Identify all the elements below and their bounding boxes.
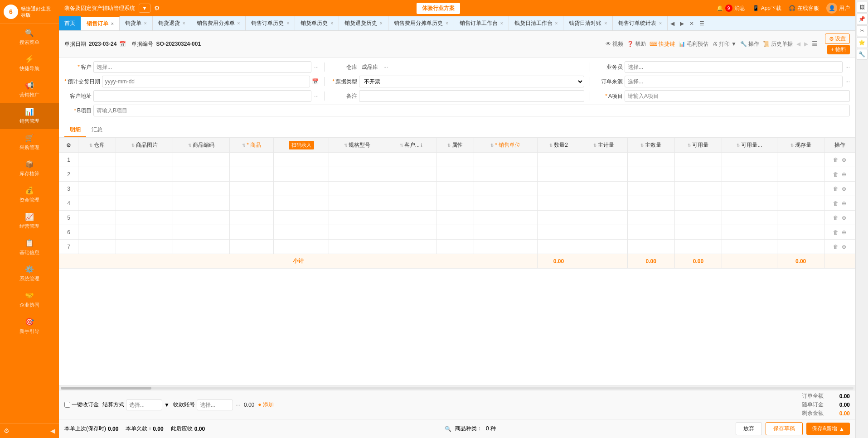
row-warehouse[interactable] (78, 225, 116, 240)
row-qty2[interactable] (537, 167, 580, 182)
save-draft-button[interactable]: 保存草稿 (766, 422, 803, 435)
right-panel-icon-1[interactable]: 🖼 (857, 2, 868, 13)
sidebar-item-资金管理[interactable]: 💰资金管理 (0, 182, 59, 208)
row-customer-code[interactable] (386, 153, 436, 167)
customer-more-icon[interactable]: ··· (314, 64, 319, 70)
row-spec[interactable] (329, 211, 386, 225)
tab-close-icon[interactable]: × (659, 21, 662, 26)
row-action[interactable]: 🗑 ⊕ (824, 196, 855, 211)
calendar-icon-2[interactable]: 📅 (312, 78, 319, 85)
row-customer-code[interactable] (386, 182, 436, 196)
invoice-type-select[interactable]: 不开票 (359, 76, 584, 87)
tab-close-icon[interactable]: × (330, 21, 333, 26)
row-scan[interactable] (274, 240, 329, 254)
row-customer-code[interactable] (386, 225, 436, 240)
tab-close-icon[interactable]: × (555, 21, 558, 26)
th-warehouse[interactable]: ⇅仓库 (78, 138, 116, 153)
th-main-unit[interactable]: ⇅主计量 (580, 138, 627, 153)
tab-close-icon[interactable]: × (183, 21, 185, 26)
row-warehouse[interactable] (78, 182, 116, 196)
tab-销货单历史[interactable]: 销货单历史× (295, 16, 339, 31)
th-customer-code[interactable]: ⇅客户...ℹ (386, 138, 436, 153)
date-value[interactable]: 2023-03-24 (89, 41, 116, 47)
row-warehouse[interactable] (78, 167, 116, 182)
th-unit[interactable]: ⇅* 销售单位 (474, 138, 538, 153)
order-source-input[interactable] (625, 76, 843, 87)
row-available[interactable] (674, 167, 722, 182)
scroll-thumb[interactable] (61, 387, 151, 390)
row-warehouse[interactable] (78, 196, 116, 211)
row-spec[interactable] (329, 225, 386, 240)
th-qty2[interactable]: ⇅数量2 (537, 138, 580, 153)
row-code[interactable] (173, 182, 229, 196)
tab-销货退货[interactable]: 销货退货× (153, 16, 191, 31)
row-spec[interactable] (329, 167, 386, 182)
row-main-unit[interactable] (580, 211, 627, 225)
sidebar-item-经营管理[interactable]: 📈经营管理 (0, 208, 59, 234)
tab-detail[interactable]: 明细 (64, 123, 86, 137)
pagination-prev[interactable]: ◀ (796, 41, 800, 47)
delete-icon[interactable]: 🗑 (833, 157, 839, 163)
delete-icon[interactable]: 🗑 (833, 229, 839, 236)
account-input[interactable] (197, 399, 233, 410)
row-main-qty[interactable] (627, 211, 674, 225)
sidebar-item-销售管理[interactable]: 📊销售管理 (0, 103, 59, 129)
row-main-qty[interactable] (627, 167, 674, 182)
sidebar-item-采购管理[interactable]: 🛒采购管理 (0, 129, 59, 155)
tab-close-icon[interactable]: × (238, 21, 240, 26)
tab-首页[interactable]: 首页 (59, 16, 81, 31)
row-available2[interactable] (722, 153, 777, 167)
salesperson-more-icon[interactable]: ··· (845, 64, 850, 70)
delete-icon[interactable]: 🗑 (833, 244, 839, 250)
save-new-dropdown-icon[interactable]: ▲ (839, 426, 844, 432)
row-image[interactable] (116, 225, 173, 240)
row-unit[interactable] (474, 211, 538, 225)
row-action[interactable]: 🗑 ⊕ (824, 225, 855, 240)
row-code[interactable] (173, 211, 229, 225)
th-image[interactable]: ⇅商品图片 (116, 138, 173, 153)
delete-icon[interactable]: 🗑 (833, 200, 839, 207)
copy-icon[interactable]: ⊕ (842, 157, 846, 163)
row-customer-code[interactable] (386, 196, 436, 211)
tab-销售费用分摊单[interactable]: 销售费用分摊单× (191, 16, 246, 31)
th-available2[interactable]: ⇅可用量... (722, 138, 777, 153)
calendar-icon[interactable]: 📅 (119, 41, 126, 47)
row-code[interactable] (173, 240, 229, 254)
settings-button[interactable]: ⚙ 设置 (825, 34, 850, 44)
row-unit[interactable] (474, 153, 538, 167)
tabs-arrow-right[interactable]: ▶ (677, 20, 687, 27)
right-panel-icon-3[interactable]: ✂ (857, 25, 868, 36)
payment-dropdown-icon[interactable]: ▼ (164, 402, 170, 408)
row-main-unit[interactable] (580, 182, 627, 196)
row-stock[interactable] (777, 196, 824, 211)
row-available2[interactable] (722, 167, 777, 182)
discard-button[interactable]: 放弃 (736, 422, 762, 435)
row-scan[interactable] (274, 211, 329, 225)
table-scroll-bar[interactable] (59, 385, 855, 390)
notification-item[interactable]: 🔔 9 消息 (717, 5, 745, 12)
row-main-unit[interactable] (580, 225, 627, 240)
settings-bottom-icon[interactable]: ⚙ (4, 427, 10, 434)
sidebar-item-企业协同[interactable]: 🤝企业协同 (0, 287, 59, 313)
tab-销售订单历史[interactable]: 销售订单历史× (246, 16, 295, 31)
row-product[interactable] (230, 182, 274, 196)
row-image[interactable] (116, 240, 173, 254)
column-settings-icon[interactable]: ⚙ (66, 142, 71, 149)
th-attr[interactable]: ⇅属性 (436, 138, 474, 153)
row-action[interactable]: 🗑 ⊕ (824, 167, 855, 182)
collapse-sidebar-icon[interactable]: ◀ (50, 427, 55, 434)
tab-close-icon[interactable]: × (500, 21, 503, 26)
row-main-qty[interactable] (627, 240, 674, 254)
row-stock[interactable] (777, 182, 824, 196)
row-unit[interactable] (474, 196, 538, 211)
shortcut-action[interactable]: ⌨ 快捷键 (650, 40, 675, 48)
row-code[interactable] (173, 153, 229, 167)
delete-icon[interactable]: 🗑 (833, 215, 839, 221)
row-action[interactable]: 🗑 ⊕ (824, 182, 855, 196)
row-spec[interactable] (329, 153, 386, 167)
row-image[interactable] (116, 153, 173, 167)
row-main-unit[interactable] (580, 167, 627, 182)
customer-input[interactable] (93, 61, 311, 73)
add-button[interactable]: ● 添加 (258, 401, 274, 409)
row-unit[interactable] (474, 167, 538, 182)
